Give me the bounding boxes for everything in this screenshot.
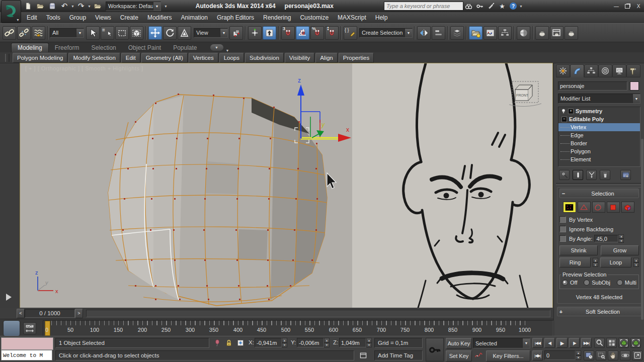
- object-name-field[interactable]: [558, 81, 627, 90]
- set-keys-button[interactable]: [426, 338, 444, 361]
- x-spinner[interactable]: ▲▼: [282, 338, 287, 347]
- by-angle-checkbox[interactable]: [559, 235, 566, 242]
- current-frame-field[interactable]: [544, 350, 576, 360]
- menu-group[interactable]: Group: [65, 12, 91, 23]
- ignore-backfacing-checkbox[interactable]: [559, 226, 566, 232]
- redo-button[interactable]: ↷: [75, 1, 87, 11]
- graphite-modeling-tools-toggle[interactable]: [469, 26, 482, 40]
- menu-views[interactable]: Views: [91, 12, 116, 23]
- workspace-selector[interactable]: Workspace: Default ▼: [106, 2, 161, 11]
- save-file-button[interactable]: [47, 1, 58, 11]
- keyboard-shortcut-override-toggle[interactable]: [263, 26, 276, 40]
- absolute-mode-transform-toggle[interactable]: [235, 338, 246, 348]
- named-selection-set-dropdown[interactable]: Create Selection Set ▼: [359, 28, 413, 38]
- tab-utilities[interactable]: [626, 64, 640, 77]
- ring-button[interactable]: Ring: [559, 257, 591, 267]
- preview-off-radio[interactable]: Off: [562, 280, 577, 286]
- show-end-result-button[interactable]: [573, 170, 583, 180]
- set-key-button[interactable]: Set Key: [446, 350, 472, 361]
- menu-customize[interactable]: Customize: [295, 12, 333, 23]
- maxscript-mini-listener[interactable]: Welcome to M: [1, 350, 52, 360]
- menu-help[interactable]: Help: [371, 12, 392, 23]
- spinner-snap-toggle[interactable]: ▲▼: [325, 26, 339, 40]
- isolate-selection-toggle[interactable]: [212, 338, 222, 348]
- pan-view-button[interactable]: [608, 350, 618, 360]
- undo-dropdown[interactable]: ▼: [71, 5, 74, 8]
- stack-row-symmetry[interactable]: + Symmetry: [558, 107, 640, 115]
- shrink-button[interactable]: Shrink: [559, 245, 598, 255]
- add-time-tag-box[interactable]: Add Time Tag: [374, 350, 423, 360]
- object-color-swatch[interactable]: [630, 81, 639, 90]
- grow-button[interactable]: Grow: [601, 245, 639, 255]
- select-and-manipulate-button[interactable]: [248, 26, 262, 40]
- collapse-editable-poly-box[interactable]: −: [561, 117, 567, 122]
- by-angle-field[interactable]: [594, 235, 618, 242]
- panel-edit[interactable]: Edit: [121, 53, 140, 63]
- search-button[interactable]: [465, 2, 473, 10]
- redo-dropdown[interactable]: ▼: [88, 5, 91, 8]
- menu-graph-editors[interactable]: Graph Editors: [212, 12, 259, 23]
- stack-row-editable-poly[interactable]: − Editable Poly: [558, 115, 640, 123]
- ribbon-tab-freeform[interactable]: Freeform: [49, 43, 86, 52]
- polygon-subobject-button[interactable]: [607, 202, 620, 213]
- menu-modifiers[interactable]: Modifiers: [143, 12, 177, 23]
- y-spinner[interactable]: ▲▼: [324, 338, 330, 347]
- ribbon-tab-selection[interactable]: Selection: [85, 43, 122, 52]
- panel-modify-selection[interactable]: Modify Selection: [68, 53, 120, 63]
- vertex-subobject-button[interactable]: [563, 202, 576, 213]
- modifier-enabled-bulb-icon[interactable]: [560, 108, 567, 114]
- help-button[interactable]: ?: [509, 2, 517, 10]
- panel-vertices[interactable]: Vertices: [189, 53, 218, 63]
- command-panel-scrollbar[interactable]: [641, 139, 643, 320]
- percent-snap-toggle[interactable]: %: [310, 26, 324, 40]
- ring-spinner[interactable]: ▲▼: [593, 258, 598, 267]
- bind-to-space-warp-button[interactable]: [32, 26, 45, 40]
- edge-subobject-button[interactable]: [578, 202, 591, 213]
- soft-selection-rollout-header[interactable]: + Soft Selection: [557, 307, 641, 316]
- go-to-end-button[interactable]: ▶▶|: [581, 338, 592, 348]
- menu-edit[interactable]: Edit: [22, 12, 42, 23]
- timeline-corner-button[interactable]: [3, 320, 20, 336]
- selection-filter-dropdown[interactable]: All ▼: [50, 28, 84, 38]
- select-and-link-button[interactable]: [3, 26, 16, 40]
- time-tag-window-icon[interactable]: [358, 350, 368, 360]
- ribbon-grip[interactable]: [5, 54, 10, 62]
- stack-row-vertex[interactable]: Vertex: [558, 123, 640, 131]
- tab-hierarchy[interactable]: [584, 64, 598, 77]
- menu-animation[interactable]: Animation: [177, 12, 212, 23]
- make-unique-button[interactable]: [586, 170, 597, 180]
- preview-subobj-radio[interactable]: SubObj: [584, 280, 610, 286]
- search-input[interactable]: [384, 2, 463, 11]
- track-bar-ruler[interactable]: 0 50 100 150 200 250 300 350 400 450 500…: [43, 320, 553, 336]
- z-coordinate-field[interactable]: [339, 338, 366, 347]
- panel-properties[interactable]: Properties: [339, 53, 374, 63]
- ribbon-tab-populate[interactable]: Populate: [167, 43, 203, 52]
- rectangular-selection-region-button[interactable]: [115, 26, 129, 40]
- menu-tools[interactable]: Tools: [42, 12, 65, 23]
- maximize-viewport-toggle[interactable]: [632, 350, 642, 360]
- configure-modifier-sets-button[interactable]: [620, 170, 631, 180]
- loop-button[interactable]: Loop: [600, 257, 631, 267]
- tab-create[interactable]: [556, 64, 570, 77]
- help-dropdown[interactable]: ▼: [519, 5, 523, 8]
- previous-frame-slider-button[interactable]: <: [17, 309, 25, 318]
- tab-motion[interactable]: [598, 64, 612, 77]
- tab-display[interactable]: [612, 64, 626, 77]
- selection-rollout-header[interactable]: − Selection: [559, 189, 639, 198]
- favorites-button[interactable]: ★: [498, 2, 506, 10]
- play-animation-button[interactable]: ▶: [556, 338, 568, 348]
- pin-stack-button[interactable]: [559, 170, 570, 180]
- expand-tray-arrow-button[interactable]: [6, 294, 12, 301]
- go-to-start-button[interactable]: |◀◀: [532, 338, 543, 348]
- x-coordinate-field[interactable]: [255, 338, 282, 347]
- communication-center-button[interactable]: [487, 2, 495, 10]
- z-spinner[interactable]: ▲▼: [366, 338, 372, 347]
- panel-polygon-modeling[interactable]: Polygon Modeling: [13, 53, 67, 63]
- 3dsmax-logo-button[interactable]: ▼: [1, 0, 21, 23]
- panel-align[interactable]: Align: [315, 53, 338, 63]
- render-setup-button[interactable]: [535, 26, 549, 40]
- expand-symmetry-box[interactable]: +: [568, 109, 574, 114]
- panel-loops[interactable]: Loops: [219, 53, 244, 63]
- ribbon-minimize-dropdown[interactable]: ▼: [226, 49, 229, 52]
- element-subobject-button[interactable]: [621, 202, 634, 213]
